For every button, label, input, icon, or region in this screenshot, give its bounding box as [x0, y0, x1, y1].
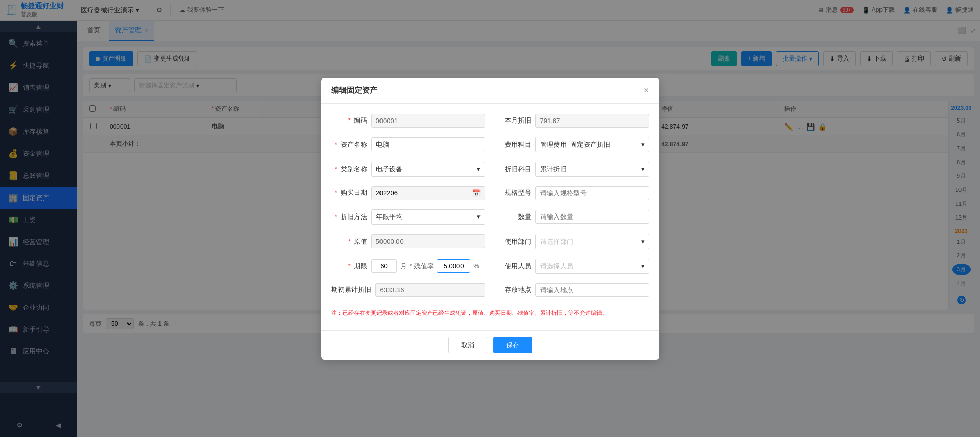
name-input[interactable] [371, 137, 485, 151]
expense-chevron: ▾ [641, 141, 645, 148]
purchase-date-input[interactable] [372, 187, 468, 200]
form-item-purchase-date: * 购买日期 📅 [331, 186, 485, 200]
depr-method-chevron: ▾ [477, 213, 481, 221]
spec-input[interactable] [535, 186, 649, 200]
form-item-depr-subject: 折旧科目 累计折旧 ▾ [495, 162, 649, 177]
form-item-category: * 类别名称 电子设备 ▾ [331, 162, 485, 177]
dept-chevron: ▾ [641, 237, 645, 245]
modal-overlay: 编辑固定资产 × * 编码 本月折旧 [0, 0, 980, 437]
form-item-original: * 原值 [331, 234, 485, 249]
location-input[interactable] [535, 283, 649, 297]
purchase-date-label: * 购买日期 [331, 188, 367, 197]
form-item-quantity: 数量 [495, 209, 649, 225]
user-placeholder: 请选择人员 [540, 262, 573, 271]
period-unit: 月 [400, 262, 407, 271]
depr-method-label: * 折旧方法 [331, 212, 367, 222]
code-input[interactable] [371, 114, 485, 128]
save-button[interactable]: 保存 [493, 337, 532, 353]
quantity-input[interactable] [535, 210, 649, 224]
form-item-init-accum: 期初累计折旧 [331, 283, 485, 297]
modal-body: * 编码 本月折旧 * 资产名称 [321, 104, 659, 330]
form-item-dept: 使用部门 请选择部门 ▾ [495, 234, 649, 249]
modal-header: 编辑固定资产 × [321, 78, 659, 104]
calendar-icon[interactable]: 📅 [468, 187, 485, 200]
spec-label: 规格型号 [495, 188, 531, 197]
dept-select[interactable]: 请选择部门 ▾ [535, 234, 649, 249]
expense-select[interactable]: 管理费用_固定资产折旧 ▾ [535, 137, 649, 152]
form-grid: * 编码 本月折旧 * 资产名称 [331, 114, 649, 320]
note-text: 注：已经存在变更记录或者对应固定资产已经生成凭证，原值、购买日期、残值率、累计折… [331, 310, 608, 316]
modal-footer: 取消 保存 [321, 330, 659, 360]
user-select[interactable]: 请选择人员 ▾ [535, 259, 649, 274]
form-item-period: * 期限 月 * 残值率 % [331, 259, 485, 274]
dept-placeholder: 请选择部门 [540, 237, 573, 246]
user-chevron: ▾ [641, 262, 645, 270]
init-accum-input [375, 283, 485, 297]
period-row: 月 * 残值率 % [371, 259, 485, 273]
form-item-expense: 费用科目 管理费用_固定资产折旧 ▾ [495, 137, 649, 152]
depr-subject-select[interactable]: 累计折旧 ▾ [535, 162, 649, 177]
period-input[interactable] [371, 259, 397, 273]
residual-rate-input[interactable] [437, 259, 470, 273]
form-item-user: 使用人员 请选择人员 ▾ [495, 259, 649, 274]
init-accum-label: 期初累计折旧 [331, 285, 371, 294]
expense-value: 管理费用_固定资产折旧 [540, 140, 610, 149]
modal-title: 编辑固定资产 [331, 86, 377, 95]
period-label: * 期限 [331, 262, 367, 271]
form-note: 注：已经存在变更记录或者对应固定资产已经生成凭证，原值、购买日期、残值率、累计折… [331, 306, 649, 320]
quantity-label: 数量 [495, 212, 531, 222]
depr-chevron: ▾ [641, 165, 645, 173]
residual-unit: % [473, 262, 479, 270]
monthly-depr-label: 本月折旧 [495, 116, 531, 125]
original-label: * 原值 [331, 237, 367, 246]
form-item-location: 存放地点 [495, 283, 649, 297]
modal-close-btn[interactable]: × [644, 85, 649, 96]
form-item-monthly-depr: 本月折旧 [495, 114, 649, 128]
edit-asset-modal: 编辑固定资产 × * 编码 本月折旧 [321, 78, 659, 360]
form-item-spec: 规格型号 [495, 186, 649, 200]
original-input [371, 234, 485, 248]
category-form-select[interactable]: 电子设备 ▾ [371, 162, 485, 177]
form-item-name: * 资产名称 [331, 137, 485, 152]
depr-method-select[interactable]: 年限平均 ▾ [371, 209, 485, 225]
category-form-label: * 类别名称 [331, 165, 367, 174]
user-label: 使用人员 [495, 262, 531, 271]
expense-label: 费用科目 [495, 140, 531, 149]
depr-method-value: 年限平均 [376, 212, 403, 222]
cat-chevron: ▾ [477, 165, 481, 173]
cancel-button[interactable]: 取消 [448, 337, 487, 353]
name-label: * 资产名称 [331, 140, 367, 149]
depr-subject-value: 累计折旧 [540, 165, 567, 174]
code-label: * 编码 [331, 116, 367, 125]
form-item-code: * 编码 [331, 114, 485, 128]
residual-rate-label: * 残值率 [410, 262, 434, 271]
monthly-depr-input [535, 114, 649, 128]
depr-subject-label: 折旧科目 [495, 165, 531, 174]
dept-label: 使用部门 [495, 237, 531, 246]
category-form-value: 电子设备 [376, 165, 403, 174]
form-item-depr-method: * 折旧方法 年限平均 ▾ [331, 209, 485, 225]
purchase-date-input-wrapper: 📅 [371, 186, 485, 200]
location-label: 存放地点 [495, 285, 531, 294]
